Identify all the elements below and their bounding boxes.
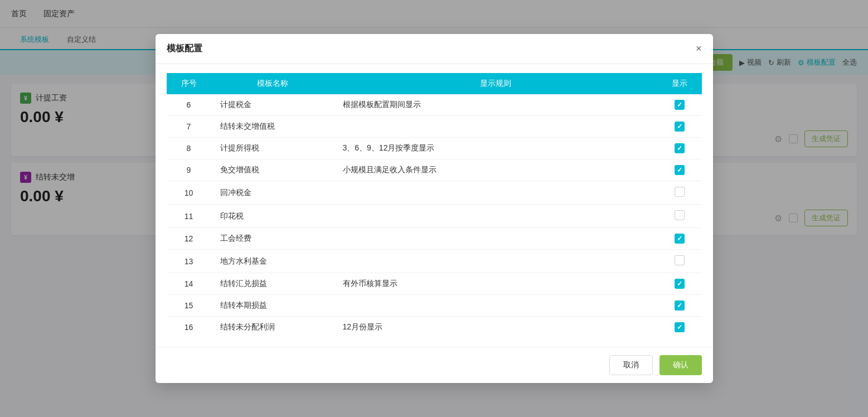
cell-checkbox: [657, 273, 702, 295]
cell-seq: 13: [167, 250, 211, 273]
cell-seq: 10: [167, 181, 211, 205]
dialog-footer: 取消 确认: [156, 347, 713, 383]
cell-name: 结转本期损益: [211, 295, 334, 317]
cell-name: 计提所得税: [211, 138, 334, 159]
checkbox-checked[interactable]: [675, 279, 685, 289]
cell-checkbox: [657, 138, 702, 159]
cell-seq: 7: [167, 116, 211, 138]
cell-name: 地方水利基金: [211, 250, 334, 273]
modal-overlay: 模板配置 × 序号 模板名称 显示规则 显示 6计提税金根据模板配置期间显示7结…: [0, 0, 868, 417]
table-row: 14结转汇兑损益有外币核算显示: [167, 273, 702, 295]
cell-checkbox: [657, 250, 702, 273]
cell-rule: 12月份显示: [334, 317, 657, 338]
cell-rule: [334, 116, 657, 138]
checkbox-unchecked[interactable]: [675, 187, 685, 197]
cell-rule: 小规模且满足收入条件显示: [334, 159, 657, 181]
cell-seq: 15: [167, 295, 211, 317]
cell-seq: 9: [167, 159, 211, 181]
dialog-title: 模板配置: [167, 43, 202, 55]
table-row: 11印花税: [167, 205, 702, 228]
cell-name: 印花税: [211, 205, 334, 228]
cell-rule: [334, 228, 657, 250]
cell-checkbox: [657, 205, 702, 228]
cell-rule: 有外币核算显示: [334, 273, 657, 295]
checkbox-checked[interactable]: [675, 143, 685, 153]
checkbox-checked[interactable]: [675, 165, 685, 175]
checkbox-unchecked[interactable]: [675, 255, 685, 265]
template-config-dialog: 模板配置 × 序号 模板名称 显示规则 显示 6计提税金根据模板配置期间显示7结…: [156, 34, 713, 383]
table-row: 16结转未分配利润12月份显示: [167, 317, 702, 338]
cell-rule: [334, 181, 657, 205]
cell-seq: 12: [167, 228, 211, 250]
cell-checkbox: [657, 228, 702, 250]
table-row: 7结转未交增值税: [167, 116, 702, 138]
cell-name: 计提税金: [211, 94, 334, 116]
cell-name: 结转未分配利润: [211, 317, 334, 338]
config-table: 序号 模板名称 显示规则 显示 6计提税金根据模板配置期间显示7结转未交增值税8…: [167, 73, 702, 338]
cell-checkbox: [657, 181, 702, 205]
cell-name: 回冲税金: [211, 181, 334, 205]
table-scroll-container[interactable]: 序号 模板名称 显示规则 显示 6计提税金根据模板配置期间显示7结转未交增值税8…: [167, 73, 702, 338]
cell-checkbox: [657, 295, 702, 317]
checkbox-unchecked[interactable]: [675, 210, 685, 220]
checkbox-checked[interactable]: [675, 300, 685, 311]
col-header-show: 显示: [657, 73, 702, 94]
cell-checkbox: [657, 116, 702, 138]
dialog-close-button[interactable]: ×: [696, 43, 702, 55]
cell-seq: 11: [167, 205, 211, 228]
table-row: 6计提税金根据模板配置期间显示: [167, 94, 702, 116]
col-header-rule: 显示规则: [334, 73, 657, 94]
cell-seq: 8: [167, 138, 211, 159]
col-header-name: 模板名称: [211, 73, 334, 94]
cell-name: 结转未交增值税: [211, 116, 334, 138]
cell-rule: 3、6、9、12月按季度显示: [334, 138, 657, 159]
cell-seq: 14: [167, 273, 211, 295]
table-row: 13地方水利基金: [167, 250, 702, 273]
checkbox-checked[interactable]: [675, 322, 685, 332]
table-row: 9免交增值税小规模且满足收入条件显示: [167, 159, 702, 181]
dialog-header: 模板配置 ×: [156, 34, 713, 64]
col-header-seq: 序号: [167, 73, 211, 94]
dialog-body: 序号 模板名称 显示规则 显示 6计提税金根据模板配置期间显示7结转未交增值税8…: [156, 64, 713, 347]
table-row: 15结转本期损益: [167, 295, 702, 317]
cell-rule: [334, 250, 657, 273]
cell-seq: 16: [167, 317, 211, 338]
cell-rule: 根据模板配置期间显示: [334, 94, 657, 116]
cell-name: 结转汇兑损益: [211, 273, 334, 295]
checkbox-checked[interactable]: [675, 234, 685, 244]
cell-name: 工会经费: [211, 228, 334, 250]
cell-checkbox: [657, 159, 702, 181]
checkbox-checked[interactable]: [675, 100, 685, 110]
confirm-button[interactable]: 确认: [660, 355, 702, 375]
cell-checkbox: [657, 94, 702, 116]
checkbox-checked[interactable]: [675, 122, 685, 132]
cell-seq: 6: [167, 94, 211, 116]
cell-rule: [334, 295, 657, 317]
table-row: 8计提所得税3、6、9、12月按季度显示: [167, 138, 702, 159]
cell-checkbox: [657, 317, 702, 338]
cell-rule: [334, 205, 657, 228]
table-row: 10回冲税金: [167, 181, 702, 205]
table-row: 12工会经费: [167, 228, 702, 250]
cell-name: 免交增值税: [211, 159, 334, 181]
cancel-button[interactable]: 取消: [609, 355, 653, 375]
